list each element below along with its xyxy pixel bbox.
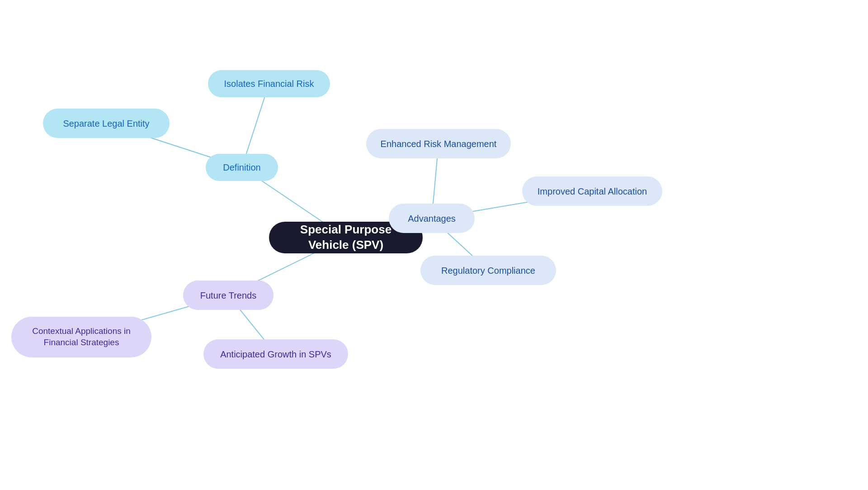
enhanced-risk-management-node: Enhanced Risk Management: [366, 129, 511, 158]
advantages-node: Advantages: [389, 204, 475, 233]
isolates-financial-risk-node: Isolates Financial Risk: [208, 70, 330, 97]
future-trends-node: Future Trends: [183, 281, 274, 310]
definition-node: Definition: [206, 154, 278, 181]
separate-legal-entity-node: Separate Legal Entity: [43, 109, 170, 138]
regulatory-compliance-node: Regulatory Compliance: [420, 256, 556, 285]
contextual-applications-label: Contextual Applications in Financial Str…: [24, 326, 139, 348]
improved-capital-allocation-node: Improved Capital Allocation: [522, 176, 662, 206]
contextual-applications-node: Contextual Applications in Financial Str…: [11, 317, 151, 357]
anticipated-growth-node: Anticipated Growth in SPVs: [203, 339, 348, 369]
